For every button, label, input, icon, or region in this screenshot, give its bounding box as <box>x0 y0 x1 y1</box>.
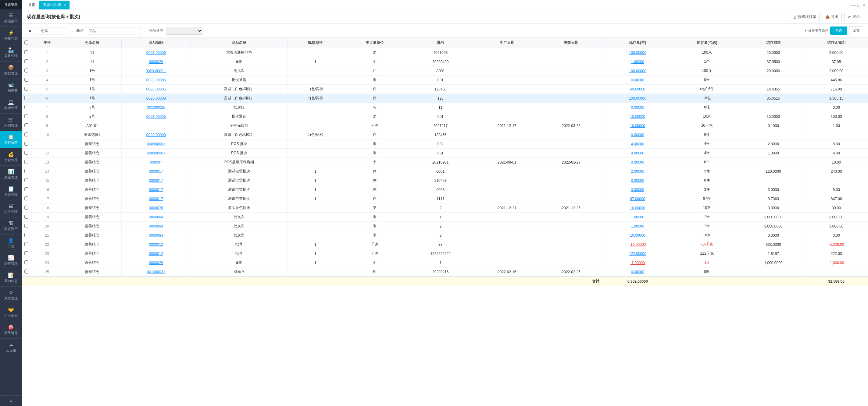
row-current-qty[interactable]: 2.00000 <box>603 167 672 176</box>
sidebar-logo[interactable]: 搜索菜单 <box>0 0 22 9</box>
row-product-code[interactable]: 0000029 <box>121 258 191 267</box>
row-checkbox[interactable] <box>24 105 28 109</box>
row-checkbox[interactable] <box>24 123 28 127</box>
row-current-qty[interactable]: 10.00000 <box>603 121 672 130</box>
row-product-code[interactable]: 000097 <box>121 158 191 167</box>
close-btn[interactable]: ✕ <box>862 3 866 8</box>
sidebar-item-new-guide[interactable]: 🎯 新手引导 <box>0 321 22 339</box>
row-checkbox[interactable] <box>24 270 28 273</box>
warehouse-input[interactable] <box>38 27 68 34</box>
row-product-code[interactable]: 0000078 <box>121 203 191 212</box>
row-current-qty[interactable]: 49.60000 <box>603 85 672 94</box>
search-btn[interactable]: 查询 <box>830 27 847 35</box>
row-product-code[interactable]: 0000017 <box>121 167 191 176</box>
row-current-qty[interactable]: 0.00000 <box>603 75 672 85</box>
row-product-code[interactable]: 0023-00008 <box>121 94 191 103</box>
row-current-qty[interactable]: 0.00000 <box>603 176 672 185</box>
row-product-code[interactable] <box>121 121 191 130</box>
print-btn[interactable]: 🖨 按模板打印 <box>789 13 819 21</box>
row-current-qty[interactable]: 10.00000 <box>603 112 672 121</box>
row-checkbox[interactable] <box>24 87 28 91</box>
row-current-qty[interactable]: 87.00000 <box>603 194 672 203</box>
set-btn[interactable]: 设置 <box>849 26 863 35</box>
minimize-btn[interactable]: — <box>851 3 856 8</box>
row-current-qty[interactable]: 0.00000 <box>603 158 672 167</box>
row-checkbox[interactable] <box>24 96 28 100</box>
row-checkbox[interactable] <box>24 233 28 237</box>
filter-arrow-btn[interactable]: ▶ <box>27 27 35 34</box>
sidebar-item-tax[interactable]: 🏛 税务管理 <box>0 200 22 217</box>
sidebar-item-quick-nav[interactable]: ⚡ 快捷导航 <box>0 27 22 44</box>
sidebar-item-base-info[interactable]: 📝 基础信息 <box>0 269 22 286</box>
sidebar-item-sys-mgmt[interactable]: ⚙ 系统管理 <box>0 286 22 304</box>
tab-home[interactable]: 首页 <box>24 1 39 9</box>
tab-batch-inventory[interactable]: 库存批次查 ✕ <box>39 1 70 9</box>
sidebar-item-fixed-assets[interactable]: 🏗 固定资产 <box>0 217 22 235</box>
row-current-qty[interactable]: 0.00000 <box>603 103 672 112</box>
row-product-code[interactable]: 0000017 <box>121 185 191 194</box>
row-product-code[interactable]: 0000017 <box>121 194 191 203</box>
sidebar-item-ops[interactable]: 📈 经营管理 <box>0 252 22 269</box>
row-checkbox[interactable] <box>24 197 28 200</box>
row-checkbox[interactable] <box>24 160 28 164</box>
row-checkbox[interactable] <box>24 187 28 191</box>
row-product-code[interactable]: 0000084 <box>121 231 191 240</box>
row-current-qty[interactable]: 3.00000 <box>603 185 672 194</box>
row-checkbox[interactable] <box>24 261 28 264</box>
row-product-code[interactable]: 0023-00005 <box>121 85 191 94</box>
row-product-code[interactable]: 001000031 <box>121 267 191 277</box>
sidebar-item-invoice[interactable]: 🧾 发票管理 <box>0 183 22 200</box>
row-checkbox[interactable] <box>24 133 28 136</box>
row-product-code[interactable]: 0000084 <box>121 222 191 231</box>
row-checkbox[interactable] <box>24 151 28 155</box>
row-current-qty[interactable]: 10.00000 <box>603 203 672 212</box>
row-product-code[interactable]: 0023-00005 <box>121 112 191 121</box>
export-btn[interactable]: 📤 导出 <box>822 13 842 21</box>
sidebar-item-report[interactable]: 📊 总账管理 <box>0 166 22 183</box>
select-all-checkbox[interactable] <box>24 40 28 44</box>
row-product-code[interactable]: 001000026 <box>121 103 191 112</box>
row-current-qty[interactable]: -1.00000 <box>603 258 672 267</box>
row-product-code[interactable]: 000900001 <box>121 149 191 158</box>
row-current-qty[interactable]: 0.00000 <box>603 267 672 277</box>
sidebar-item-small-ec[interactable]: 🐋 小鲸电商 <box>0 79 22 96</box>
category-select[interactable] <box>166 27 203 35</box>
product-input[interactable] <box>86 27 141 34</box>
sidebar-item-finance[interactable]: 💰 资金管理 <box>0 148 22 166</box>
row-checkbox[interactable] <box>24 215 28 219</box>
sidebar-item-hr[interactable]: 👤 工资 <box>0 235 22 252</box>
row-product-code[interactable]: 0000012 <box>121 240 191 249</box>
row-current-qty[interactable]: 4.00000 <box>603 139 672 149</box>
row-product-code[interactable]: 0023-00009 <box>121 48 191 57</box>
row-checkbox[interactable] <box>24 224 28 228</box>
row-checkbox[interactable] <box>24 178 28 182</box>
row-current-qty[interactable]: 1.00000 <box>603 57 672 66</box>
sidebar-item-ec-mgmt[interactable]: 💻 电商管理 <box>0 96 22 113</box>
row-current-qty[interactable]: 10.00000 <box>603 231 672 240</box>
row-checkbox[interactable] <box>24 78 28 81</box>
row-product-code[interactable]: 0023-00005 <box>121 75 191 85</box>
sidebar-item-purchase[interactable]: 🛒 采购管理 <box>0 113 22 131</box>
row-product-code[interactable]: 0000084 <box>121 212 191 222</box>
row-checkbox[interactable] <box>24 251 28 255</box>
row-current-qty[interactable]: 122.00000 <box>603 249 672 258</box>
sidebar-item-collab[interactable]: 🤝 企业协同 <box>0 304 22 321</box>
expand-btn[interactable]: ▼ 展开更多条件 <box>804 28 828 33</box>
row-current-qty[interactable]: 100.00000 <box>603 48 672 57</box>
sidebar-item-retail[interactable]: 🏪 零售管理 <box>0 44 22 62</box>
row-product-code[interactable]: 0000012 <box>121 249 191 258</box>
row-product-code[interactable]: 000900001 <box>121 139 191 149</box>
row-checkbox[interactable] <box>24 59 28 63</box>
sidebar-item-cloud[interactable]: ☁ 云应用 <box>0 339 22 356</box>
row-current-qty[interactable]: -16.00000 <box>603 240 672 249</box>
row-current-qty[interactable]: 100.00000 <box>603 94 672 103</box>
row-checkbox[interactable] <box>24 50 28 54</box>
row-current-qty[interactable]: 0.00000 <box>603 130 672 139</box>
maximize-btn[interactable]: □ <box>858 3 860 8</box>
sidebar-item-inventory[interactable]: 📋 库存核查 <box>0 131 22 148</box>
row-current-qty[interactable]: 1.00000 <box>603 222 672 231</box>
row-product-code[interactable]: 0000029 <box>121 57 191 66</box>
row-product-code[interactable]: 0023-0000... <box>121 66 191 75</box>
sidebar-settings[interactable]: ⚙ <box>0 395 22 406</box>
row-current-qty[interactable]: 4.00000 <box>603 149 672 158</box>
